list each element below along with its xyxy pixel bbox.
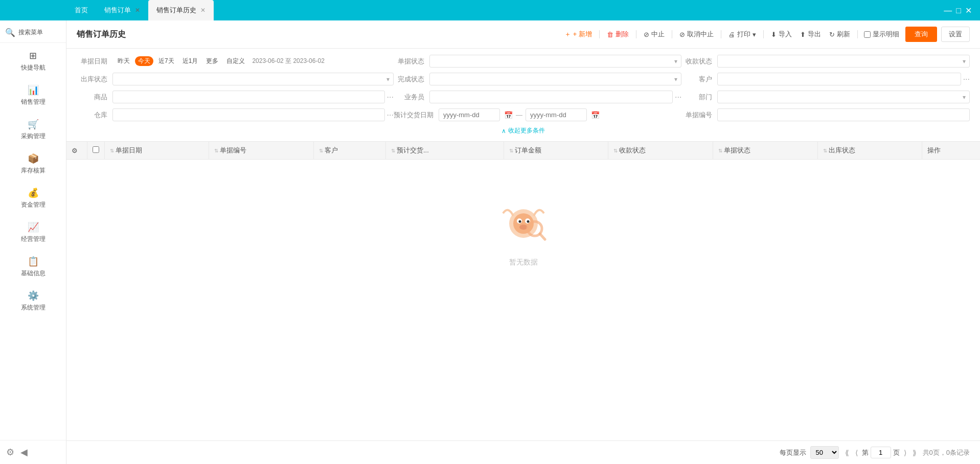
dept-select-wrap	[717, 91, 970, 103]
import-button[interactable]: ⬇ 导入	[770, 28, 793, 41]
window-max-icon[interactable]: □	[956, 6, 961, 15]
sidebar-item-quick-nav[interactable]: ⊞ 快捷导航	[0, 43, 66, 77]
print-button[interactable]: 🖨 打印 ▾	[727, 28, 757, 41]
display-detail-checkbox[interactable]: 显示明细	[864, 30, 899, 39]
th-delivery-date-sort[interactable]: 预计交货...	[391, 146, 498, 155]
doc-status-select[interactable]	[429, 55, 682, 68]
th-out-status-sort[interactable]: 出库状态	[823, 146, 917, 155]
page-next-btn[interactable]: ⟩	[902, 448, 908, 458]
delivery-date-start[interactable]	[439, 108, 500, 121]
date-tag-custom[interactable]: 自定义	[223, 56, 248, 66]
th-doc-status[interactable]: 单据状态	[713, 142, 818, 160]
th-receipt-status[interactable]: 收款状态	[608, 142, 713, 160]
out-status-select[interactable]	[112, 73, 394, 85]
empty-icon	[498, 201, 549, 252]
warehouse-input[interactable]	[112, 108, 385, 121]
set-button[interactable]: 设置	[941, 27, 970, 42]
th-doc-no[interactable]: 单据编号	[209, 142, 314, 160]
sidebar-search[interactable]: 🔍 搜索菜单	[0, 20, 66, 43]
sidebar-collapse-icon[interactable]: ◀	[20, 447, 28, 458]
delete-button[interactable]: 🗑 删除	[606, 28, 630, 41]
th-customer-sort[interactable]: 客户	[319, 146, 380, 155]
page-input[interactable]	[871, 447, 891, 458]
customer-dots[interactable]: ···	[963, 75, 970, 84]
sidebar-item-basic-info-label: 基础信息	[21, 269, 45, 278]
export-button[interactable]: ⬆ 导出	[799, 28, 822, 41]
date-tag-yesterday[interactable]: 昨天	[115, 56, 133, 66]
date-tag-7days[interactable]: 近7天	[155, 56, 177, 66]
tab-sales-order-history[interactable]: 销售订单历史 ✕	[148, 0, 214, 20]
toolbar-right: 查询 设置	[905, 27, 970, 42]
th-out-status[interactable]: 出库状态	[817, 142, 922, 160]
receipt-status-select[interactable]	[717, 55, 970, 68]
th-settings[interactable]: ⚙	[66, 142, 87, 160]
tab-sales-order-history-close[interactable]: ✕	[200, 7, 206, 14]
sidebar-item-purchase-mgmt[interactable]: 🛒 采购管理	[0, 112, 66, 146]
th-receipt-status-sort[interactable]: 收款状态	[613, 146, 708, 155]
complete-status-select[interactable]	[429, 73, 682, 85]
delivery-date-end[interactable]	[526, 108, 587, 121]
select-all-checkbox[interactable]	[93, 146, 99, 153]
goods-input[interactable]	[112, 91, 385, 103]
sidebar-item-sys-mgmt[interactable]: ⚙️ 系统管理	[0, 283, 66, 317]
th-order-amount-sort[interactable]: 订单金额	[509, 146, 603, 155]
tab-home[interactable]: 首页	[66, 0, 96, 20]
date-tag-more[interactable]: 更多	[203, 56, 221, 66]
sidebar-item-basic-info[interactable]: 📋 基础信息	[0, 249, 66, 283]
page-last-btn[interactable]: ⟫	[910, 448, 919, 458]
sidebar-item-inventory[interactable]: 📦 库存核算	[0, 146, 66, 180]
th-doc-status-sort[interactable]: 单据状态	[718, 146, 812, 155]
topbar-controls: — □ ✕	[944, 6, 972, 15]
dept-select[interactable]	[717, 91, 970, 103]
th-delivery-date[interactable]: 预计交货...	[385, 142, 504, 160]
display-detail-check[interactable]	[864, 31, 871, 38]
window-min-icon[interactable]: —	[944, 6, 952, 15]
page-first-btn[interactable]: ⟪	[843, 448, 851, 458]
page-size-select[interactable]: 50 10 20 100	[810, 446, 839, 459]
sidebar-item-finance[interactable]: 💰 资金管理	[0, 180, 66, 214]
th-doc-date-label: 单据日期	[116, 146, 142, 155]
tab-sales-order-history-label: 销售订单历史	[156, 6, 196, 15]
filter-dept: 部门	[681, 91, 970, 103]
warehouse-dots[interactable]: ···	[387, 111, 394, 120]
th-doc-date[interactable]: 单据日期	[104, 142, 209, 160]
th-order-amount[interactable]: 订单金额	[504, 142, 608, 160]
filter-customer: 客户 ···	[681, 73, 970, 85]
collapse-row[interactable]: ∧ 收起更多条件	[77, 126, 970, 135]
import-label: 导入	[779, 30, 792, 39]
th-delivery-date-label: 预计交货...	[397, 146, 429, 155]
doc-no-input[interactable]	[717, 108, 970, 121]
filter-salesman: 业务员 ···	[394, 91, 682, 103]
sidebar-item-operations-label: 经营管理	[21, 235, 45, 244]
tab-sales-order[interactable]: 销售订单 ✕	[96, 0, 148, 20]
calendar-start-icon[interactable]: 📅	[504, 111, 513, 119]
th-doc-date-sort[interactable]: 单据日期	[110, 146, 204, 155]
salesman-input[interactable]	[429, 91, 673, 103]
goods-dots[interactable]: ···	[387, 93, 394, 102]
th-customer[interactable]: 客户	[313, 142, 385, 160]
page-prev-btn[interactable]: ⟨	[853, 448, 860, 458]
th-customer-label: 客户	[325, 146, 338, 155]
tab-sales-order-label: 销售订单	[104, 6, 131, 15]
date-tag-1month[interactable]: 近1月	[179, 56, 201, 66]
query-button[interactable]: 查询	[905, 27, 937, 42]
date-tag-today[interactable]: 今天	[135, 56, 153, 66]
sidebar-settings-icon[interactable]: ⚙	[6, 447, 14, 458]
refresh-button[interactable]: ↻ 刷新	[828, 28, 851, 41]
cancel-stop-button[interactable]: ⊘ 取消中止	[678, 28, 715, 41]
svg-point-5	[527, 220, 529, 223]
page-nav: ⟪ ⟨ 第 页 ⟩ ⟫	[843, 447, 919, 458]
calendar-end-icon[interactable]: 📅	[591, 111, 600, 119]
new-button[interactable]: ＋ + 新增	[563, 28, 593, 41]
status-label: 单据状态	[394, 57, 429, 66]
window-close-icon[interactable]: ✕	[965, 6, 972, 15]
sidebar-item-operations[interactable]: 📈 经营管理	[0, 214, 66, 249]
salesman-dots[interactable]: ···	[675, 93, 681, 102]
customer-input[interactable]	[717, 73, 961, 85]
sidebar-item-sales-mgmt[interactable]: 📊 销售管理	[0, 77, 66, 112]
refresh-label: 刷新	[837, 30, 850, 39]
th-doc-no-sort[interactable]: 单据编号	[214, 146, 308, 155]
tab-sales-order-close[interactable]: ✕	[135, 7, 140, 14]
stop-button[interactable]: ⊘ 中止	[643, 28, 666, 41]
cancel-stop-label: 取消中止	[687, 30, 714, 39]
